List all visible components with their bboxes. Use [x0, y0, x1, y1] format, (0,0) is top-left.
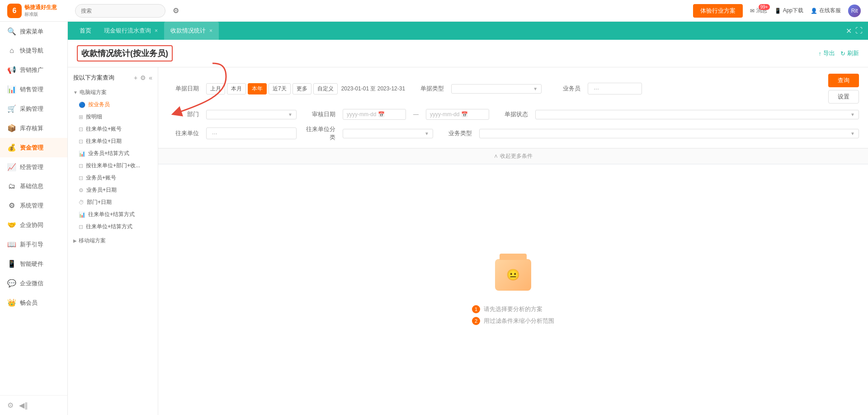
filter-settings-button[interactable]: 设置 — [828, 90, 859, 104]
user-avatar[interactable]: Rit — [848, 5, 861, 17]
biz-type-label: 业务类型 — [440, 129, 472, 137]
sidebar-item-finance[interactable]: 💰 资金管理 — [0, 138, 67, 157]
scheme-detail-label: 按明细 — [86, 113, 102, 121]
date-btn-this-month[interactable]: 本月 — [227, 83, 246, 94]
window-maximize-btn[interactable]: ⛶ — [855, 27, 863, 35]
scheme-sp-settlement-icon: 📊 — [79, 151, 85, 157]
scheme-item-salesperson-settlement[interactable]: 📊 业务员+结算方式 — [68, 147, 158, 160]
message-icon: ✉ — [750, 8, 755, 14]
calendar-from-icon[interactable]: 📅 — [378, 111, 385, 118]
sidebar-item-operations[interactable]: 📈 经营管理 — [0, 157, 67, 177]
enterprise-icon: 🤝 — [7, 221, 16, 229]
search-input[interactable] — [75, 4, 165, 18]
page-actions: ↑ 导出 ↻ 刷新 — [819, 49, 859, 57]
sidebar-item-basic-info[interactable]: 🗂 基础信息 — [0, 177, 67, 196]
user-initials: Rit — [851, 8, 858, 14]
tab-collection-stats-close[interactable]: × — [209, 28, 212, 34]
sidebar-item-marketing[interactable]: 📢 营销推广 — [0, 60, 67, 80]
calendar-to-icon[interactable]: 📅 — [461, 111, 468, 118]
app-download-btn[interactable]: 📱 App下载 — [774, 7, 803, 14]
sidebar-item-member[interactable]: 👑 畅会员 — [0, 293, 67, 312]
window-close-btn[interactable]: ✕ — [846, 27, 852, 35]
partner-dots[interactable]: ··· — [212, 130, 217, 137]
sidebar-item-quick-nav[interactable]: ⌂ 快捷导航 — [0, 41, 67, 60]
date-range-text: 2023-01-01 至 2023-12-31 — [341, 85, 405, 93]
scheme-group-mobile: ▶ 移动端方案 — [68, 234, 158, 248]
sidebar-item-enterprise[interactable]: 🤝 企业协同 — [0, 215, 67, 235]
purchase-icon: 🛒 — [7, 104, 16, 113]
scheme-collapse-icon[interactable]: « — [149, 74, 152, 81]
partner-category-label: 往来单位分类 — [304, 125, 335, 141]
scheme-item-unit-account[interactable]: ⊡ 往来单位+账号 — [68, 123, 158, 135]
window-buttons: ✕ ⛶ — [846, 27, 863, 35]
scheme-item-dept-date[interactable]: ⏱ 部门+日期 — [68, 196, 158, 208]
date-btn-more[interactable]: 更多 — [292, 83, 311, 94]
sidebar-collapse-icon[interactable]: ◀‖ — [19, 401, 28, 410]
hardware-icon: 📱 — [7, 259, 16, 268]
biz-type-select[interactable]: ▼ — [479, 129, 859, 138]
partner-select[interactable]: ··· — [206, 127, 297, 139]
logo-char: 6 — [13, 7, 17, 15]
scheme-dept-date-icon: ⏱ — [79, 199, 84, 206]
date-btn-last-month[interactable]: 上月 — [206, 83, 225, 94]
guide-icon: 📖 — [7, 240, 16, 249]
sidebar-item-sales[interactable]: 📊 销售管理 — [0, 80, 67, 99]
collapse-bar[interactable]: ∧ 收起更多条件 — [158, 148, 868, 164]
review-date-from[interactable]: yyyy-mm-dd 📅 — [343, 109, 406, 120]
dept-select[interactable]: ▼ — [206, 110, 297, 119]
sidebar-item-hardware[interactable]: 📱 智能硬件 — [0, 254, 67, 274]
scheme-item-unit-settlement2[interactable]: ⊡ 往来单位+结算方式 — [68, 221, 158, 233]
scheme-group-desktop-header[interactable]: ▼ 电脑端方案 — [68, 86, 158, 99]
dept-label: 部门 — [167, 110, 199, 118]
sidebar-item-wechat[interactable]: 💬 企业微信 — [0, 274, 67, 293]
scheme-item-unit-dept-collection[interactable]: ⊡ 按往来单位+部门+收... — [68, 160, 158, 172]
scheme-group-mobile-header[interactable]: ▶ 移动端方案 — [68, 235, 158, 247]
date-label: 单据日期 — [167, 85, 199, 93]
settings-icon[interactable]: ⚙ — [169, 4, 183, 18]
tab-cash-flow[interactable]: 现金银行流水查询 × — [98, 22, 164, 40]
sidebar-item-purchase[interactable]: 🛒 采购管理 — [0, 99, 67, 118]
sidebar-label-operations: 经营管理 — [20, 163, 43, 171]
scheme-item-by-salesperson[interactable]: 🔵 按业务员 — [68, 99, 158, 111]
partner-category-select[interactable]: ▼ — [343, 129, 433, 138]
export-button[interactable]: ↑ 导出 — [819, 49, 835, 57]
scheme-unit-settlement1-label: 往来单位+结算方式 — [88, 211, 135, 218]
query-button[interactable]: 查询 — [828, 74, 859, 87]
messages-btn[interactable]: ✉ 消息 99+ — [750, 7, 767, 14]
scheme-add-icon[interactable]: + — [134, 74, 137, 81]
scheme-item-unit-date[interactable]: ⊡ 往来单位+日期 — [68, 135, 158, 147]
date-btn-custom[interactable]: 自定义 — [313, 83, 338, 94]
salesperson-dots[interactable]: ··· — [594, 85, 599, 92]
search-menu-icon: 🔍 — [7, 27, 16, 36]
tab-collection-stats[interactable]: 收款情况统计 × — [164, 22, 219, 40]
scheme-settings-icon[interactable]: ⚙ — [140, 74, 146, 81]
scheme-item-salesperson-account[interactable]: ⊡ 业务员+账号 — [68, 172, 158, 184]
review-date-from-value: yyyy-mm-dd — [347, 111, 376, 118]
date-btn-7days[interactable]: 近7天 — [269, 83, 291, 94]
sidebar-item-system[interactable]: ⚙ 系统管理 — [0, 196, 67, 215]
trial-button[interactable]: 体验行业方案 — [693, 4, 743, 18]
online-service-btn[interactable]: 👤 在线客服 — [811, 7, 841, 14]
scheme-salesperson-icon: 🔵 — [79, 102, 85, 108]
salesperson-select[interactable]: ··· — [588, 83, 642, 94]
sidebar-label-member: 畅会员 — [20, 299, 38, 307]
refresh-button[interactable]: ↻ 刷新 — [840, 49, 859, 57]
scheme-item-unit-settlement1[interactable]: 📊 往来单位+结算方式 — [68, 208, 158, 221]
tab-home[interactable]: 首页 — [73, 27, 98, 35]
sidebar-item-search-menu[interactable]: 🔍 搜索菜单 — [0, 22, 67, 41]
filter-panel: 单据日期 上月 本月 本年 近7天 更多 自定义 2023-01-01 至 20… — [158, 67, 868, 415]
scheme-item-salesperson-date[interactable]: ⚙ 业务员+日期 — [68, 184, 158, 196]
review-date-to[interactable]: yyyy-mm-dd 📅 — [426, 109, 489, 120]
doc-type-select[interactable]: ▼ — [451, 84, 542, 94]
sidebar-label-sales: 销售管理 — [20, 85, 43, 94]
scheme-sp-account-label: 业务员+账号 — [86, 174, 116, 182]
doc-status-select[interactable]: ▼ — [535, 110, 859, 119]
sidebar-item-inventory[interactable]: 📦 库存核算 — [0, 118, 67, 138]
sidebar-settings-icon[interactable]: ⚙ — [7, 401, 14, 410]
online-service-label: 在线客服 — [819, 7, 841, 14]
tab-cash-flow-close[interactable]: × — [155, 28, 158, 34]
sidebar-item-guide[interactable]: 📖 新手引导 — [0, 235, 67, 254]
date-btn-this-year[interactable]: 本年 — [248, 83, 267, 94]
empty-steps: 1 请先选择要分析的方案 2 用过滤条件来缩小分析范围 — [472, 305, 554, 325]
scheme-item-by-detail[interactable]: ⊞ 按明细 — [68, 111, 158, 123]
